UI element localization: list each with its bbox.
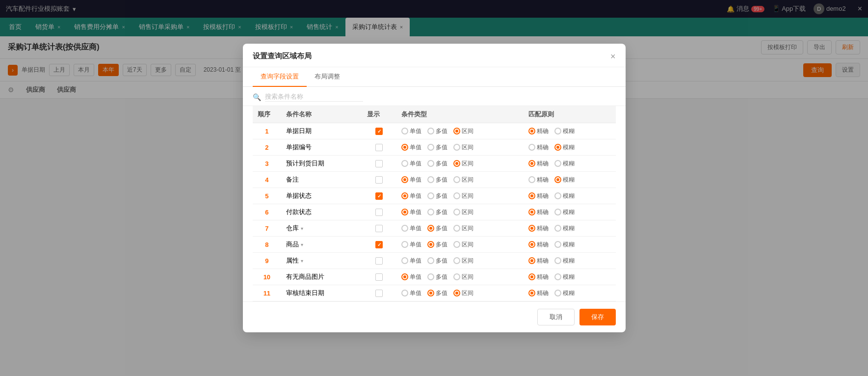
tab-fields[interactable]: 查询字段设置 [253,67,307,87]
radio-circle[interactable] [401,257,408,264]
radio-circle[interactable] [401,273,408,280]
radio-circle[interactable] [427,273,434,280]
match-radio-item[interactable]: 精确 [528,289,549,297]
radio-circle[interactable] [401,128,408,134]
radio-circle[interactable] [427,290,434,296]
cell-show[interactable] [362,220,396,237]
match-radio-item[interactable]: 精确 [528,192,549,200]
cell-show[interactable] [362,237,396,253]
type-radio-item[interactable]: 多值 [427,176,447,184]
type-radio-item[interactable]: 多值 [427,192,447,200]
tab-layout[interactable]: 布局调整 [307,67,348,87]
match-radio-circle[interactable] [554,144,561,151]
radio-circle[interactable] [453,128,460,134]
match-radio-circle[interactable] [528,225,535,232]
match-radio-item[interactable]: 模糊 [554,192,575,200]
radio-circle[interactable] [453,176,460,183]
match-radio-circle[interactable] [528,257,535,264]
radio-circle[interactable] [427,128,434,134]
cell-show[interactable] [362,123,396,139]
type-radio-item[interactable]: 单值 [401,127,421,135]
radio-circle[interactable] [427,144,434,151]
cell-show[interactable] [362,269,396,285]
cancel-button[interactable]: 取消 [537,309,575,325]
type-radio-item[interactable]: 区间 [453,241,473,249]
dialog-close-button[interactable]: × [610,52,616,61]
match-radio-circle[interactable] [554,209,561,215]
type-radio-item[interactable]: 多值 [427,224,447,233]
radio-circle[interactable] [401,290,408,296]
radio-circle[interactable] [401,192,408,199]
cell-show[interactable] [362,204,396,220]
show-checkbox[interactable] [375,290,383,297]
cell-show[interactable] [362,188,396,204]
cell-show[interactable] [362,139,396,156]
match-radio-circle[interactable] [554,241,561,248]
match-radio-item[interactable]: 精确 [528,127,549,135]
save-button[interactable]: 保存 [579,309,616,325]
radio-circle[interactable] [427,209,434,215]
match-radio-circle[interactable] [554,192,561,199]
type-radio-item[interactable]: 单值 [401,224,421,233]
radio-circle[interactable] [453,192,460,199]
type-radio-item[interactable]: 单值 [401,289,421,297]
type-radio-item[interactable]: 区间 [453,224,473,233]
radio-circle[interactable] [401,225,408,232]
match-radio-circle[interactable] [528,241,535,248]
radio-circle[interactable] [453,160,460,167]
match-radio-circle[interactable] [528,192,535,199]
match-radio-item[interactable]: 模糊 [554,143,575,152]
radio-circle[interactable] [453,241,460,248]
radio-circle[interactable] [453,290,460,296]
match-radio-circle[interactable] [554,225,561,232]
type-radio-item[interactable]: 区间 [453,143,473,152]
show-checkbox[interactable] [375,176,383,184]
radio-circle[interactable] [401,160,408,167]
radio-circle[interactable] [427,225,434,232]
match-radio-item[interactable]: 模糊 [554,176,575,184]
cell-show[interactable] [362,285,396,301]
type-radio-item[interactable]: 单值 [401,208,421,216]
type-radio-item[interactable]: 区间 [453,176,473,184]
match-radio-item[interactable]: 模糊 [554,273,575,281]
radio-circle[interactable] [427,176,434,183]
show-checkbox[interactable] [375,192,383,200]
radio-circle[interactable] [453,257,460,264]
match-radio-circle[interactable] [554,128,561,134]
match-radio-circle[interactable] [528,176,535,183]
match-radio-circle[interactable] [554,290,561,296]
type-radio-item[interactable]: 单值 [401,192,421,200]
search-input[interactable] [265,93,363,102]
match-radio-circle[interactable] [528,144,535,151]
radio-circle[interactable] [427,241,434,248]
match-radio-item[interactable]: 精确 [528,241,549,249]
match-radio-item[interactable]: 模糊 [554,289,575,297]
type-radio-item[interactable]: 区间 [453,127,473,135]
type-radio-item[interactable]: 单值 [401,241,421,249]
type-radio-item[interactable]: 多值 [427,257,447,265]
show-checkbox[interactable] [375,273,383,281]
match-radio-item[interactable]: 模糊 [554,208,575,216]
show-checkbox[interactable] [375,209,383,216]
type-radio-item[interactable]: 区间 [453,192,473,200]
match-radio-circle[interactable] [528,128,535,134]
radio-circle[interactable] [401,144,408,151]
radio-circle[interactable] [453,209,460,215]
type-radio-item[interactable]: 多值 [427,127,447,135]
cell-show[interactable] [362,156,396,172]
type-radio-item[interactable]: 区间 [453,289,473,297]
match-radio-item[interactable]: 模糊 [554,224,575,233]
type-radio-item[interactable]: 多值 [427,160,447,168]
radio-circle[interactable] [427,160,434,167]
type-radio-item[interactable]: 单值 [401,160,421,168]
radio-circle[interactable] [453,225,460,232]
match-radio-circle[interactable] [528,290,535,296]
type-radio-item[interactable]: 单值 [401,143,421,152]
match-radio-item[interactable]: 精确 [528,273,549,281]
match-radio-circle[interactable] [554,176,561,183]
match-radio-item[interactable]: 精确 [528,160,549,168]
type-radio-item[interactable]: 多值 [427,241,447,249]
show-checkbox[interactable] [375,241,383,248]
radio-circle[interactable] [453,144,460,151]
type-radio-item[interactable]: 区间 [453,273,473,281]
